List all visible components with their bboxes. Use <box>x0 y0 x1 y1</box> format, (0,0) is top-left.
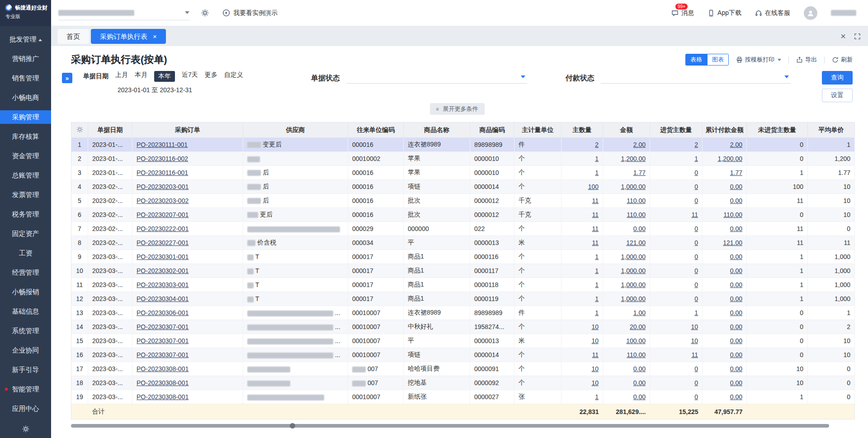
drill-link[interactable]: 0 <box>694 169 698 176</box>
drill-link[interactable]: 110.00 <box>723 211 742 218</box>
table-row[interactable]: 92023-03-...PO-20230301-001 T000017商品100… <box>71 250 855 264</box>
drill-link[interactable]: PO-20230306-001 <box>137 309 189 316</box>
column-header[interactable]: 未进货主数量 <box>747 122 808 138</box>
drill-link[interactable]: 0.00 <box>730 351 742 358</box>
column-header[interactable]: 往来单位编码 <box>348 122 404 138</box>
column-settings-button[interactable] <box>71 122 88 138</box>
sidebar-item-工资[interactable]: 工资 <box>0 246 51 260</box>
drill-link[interactable]: 1 <box>595 267 599 274</box>
query-button[interactable]: 查询 <box>822 71 853 85</box>
drill-link[interactable]: 0.00 <box>633 225 646 232</box>
drill-link[interactable]: 1.77 <box>730 169 742 176</box>
drill-link[interactable]: 11 <box>592 197 599 204</box>
drill-link[interactable]: PO-20230307-001 <box>137 351 189 358</box>
drill-link[interactable]: 11 <box>592 225 599 232</box>
date-option-上月[interactable]: 上月 <box>115 71 128 82</box>
drill-link[interactable]: 1 <box>595 281 599 288</box>
drill-link[interactable]: 0.00 <box>730 393 742 400</box>
sidebar-item-智能管理[interactable]: 智能管理 <box>0 382 51 396</box>
table-row[interactable]: 182023-03-...PO-20230308-001 007挖地基00000… <box>71 376 855 390</box>
drill-link[interactable]: 2.00 <box>633 141 646 148</box>
drill-link[interactable]: PO-20230303-001 <box>137 281 189 288</box>
drill-link[interactable]: 0 <box>694 365 698 372</box>
drill-link[interactable]: 0 <box>694 295 698 302</box>
drill-link[interactable]: 1,200.00 <box>718 155 743 162</box>
drill-link[interactable]: 10 <box>591 365 599 372</box>
column-header[interactable]: 平均单价 <box>808 122 855 138</box>
drill-link[interactable]: PO-20230116-002 <box>137 155 188 162</box>
column-header[interactable]: 商品编码 <box>470 122 514 138</box>
sidebar-item-库存核算[interactable]: 库存核算 <box>0 130 51 143</box>
column-header[interactable]: 进货主数量 <box>650 122 703 138</box>
drill-link[interactable]: 0.00 <box>730 267 742 274</box>
app-download-button[interactable]: App下载 <box>708 9 741 17</box>
sidebar-item-固定资产[interactable]: 固定资产 <box>0 227 51 240</box>
demo-link[interactable]: 我要看实例演示 <box>222 9 278 17</box>
collapse-filter-button[interactable]: » <box>62 73 72 83</box>
drill-link[interactable]: 121.00 <box>723 239 742 246</box>
drill-link[interactable]: 0 <box>694 281 698 288</box>
refresh-button[interactable]: 刷新 <box>832 56 853 64</box>
print-by-template-button[interactable]: 按模板打印 <box>736 56 781 64</box>
date-option-自定义[interactable]: 自定义 <box>224 71 243 82</box>
drill-link[interactable]: 0.00 <box>730 225 742 232</box>
drill-link[interactable]: 0.00 <box>730 323 742 330</box>
drill-link[interactable]: PO-20230308-001 <box>137 365 189 372</box>
drill-link[interactable]: 100.00 <box>626 337 646 344</box>
drill-link[interactable]: 11 <box>691 351 698 358</box>
sidebar-item-采购管理[interactable]: 采购管理 <box>0 110 51 124</box>
drill-link[interactable]: 0.00 <box>633 365 646 372</box>
drill-link[interactable]: 0.00 <box>633 379 646 386</box>
drill-link[interactable]: 0.00 <box>730 197 742 204</box>
drill-link[interactable]: 0.00 <box>730 253 742 260</box>
drill-link[interactable]: 1.00 <box>633 309 646 316</box>
table-row[interactable]: 32023-01-...PO-20230116-001 后000016苹果000… <box>71 166 855 180</box>
drill-link[interactable]: 2 <box>694 141 698 148</box>
drill-link[interactable]: PO-20230301-001 <box>137 253 189 260</box>
drill-link[interactable]: 11 <box>691 211 698 218</box>
sidebar-item-总账管理[interactable]: 总账管理 <box>0 169 51 182</box>
drill-link[interactable]: 121.00 <box>626 239 646 246</box>
avatar[interactable] <box>804 6 817 20</box>
drill-link[interactable]: 0.00 <box>730 337 742 344</box>
sidebar-item-基础信息[interactable]: 基础信息 <box>0 305 51 318</box>
drill-link[interactable]: PO-20230227-001 <box>137 239 189 246</box>
drill-link[interactable]: 1 <box>595 393 599 400</box>
topbar-settings-button[interactable] <box>201 9 209 17</box>
drill-link[interactable]: 0.00 <box>730 281 742 288</box>
drill-link[interactable]: 2.00 <box>730 141 742 148</box>
table-view-button[interactable]: 表格 <box>685 54 707 66</box>
drill-link[interactable]: 2 <box>595 141 599 148</box>
drill-link[interactable]: 0 <box>694 225 698 232</box>
drill-link[interactable]: 1,000.00 <box>621 295 646 302</box>
drill-link[interactable]: 0.00 <box>730 309 742 316</box>
date-range-value[interactable]: 2023-01-01 至 2023-12-31 <box>118 86 243 94</box>
drill-link[interactable]: 0.00 <box>730 295 742 302</box>
drill-link[interactable]: 100 <box>588 183 599 190</box>
drill-link[interactable]: PO-20230307-001 <box>137 323 189 330</box>
column-header[interactable]: 累计付款金额 <box>703 122 747 138</box>
table-row[interactable]: 52023-02-...PO-20230203-002 后000016批次000… <box>71 194 855 208</box>
drill-link[interactable]: 1 <box>694 309 698 316</box>
date-option-本年[interactable]: 本年 <box>154 71 175 82</box>
sidebar-item-小畅电商[interactable]: 小畅电商 <box>0 91 51 104</box>
drill-link[interactable]: 10 <box>591 337 599 344</box>
table-row[interactable]: 72023-02-...PO-20230222-001 000029000000… <box>71 222 855 236</box>
drill-link[interactable]: 0.00 <box>633 393 646 400</box>
drill-link[interactable]: 1,000.00 <box>621 183 646 190</box>
tab-home[interactable]: 首页 <box>57 29 89 44</box>
drill-link[interactable]: 1 <box>595 295 599 302</box>
drill-link[interactable]: 11 <box>592 211 599 218</box>
sidebar-item-新手引导[interactable]: 新手引导 <box>0 363 51 377</box>
drill-link[interactable]: PO-20230203-001 <box>137 183 189 190</box>
column-header[interactable]: 金额 <box>603 122 650 138</box>
drill-link[interactable]: PO-20230307-001 <box>137 337 189 344</box>
sidebar-item-经营管理[interactable]: 经营管理 <box>0 266 51 279</box>
expand-more-conditions-button[interactable]: » 展开更多条件 <box>430 103 484 115</box>
messages-button[interactable]: 99+ 消息 <box>671 9 694 17</box>
drill-link[interactable]: 1,000.00 <box>621 281 646 288</box>
fullscreen-icon[interactable] <box>854 33 861 40</box>
date-option-近7天[interactable]: 近7天 <box>182 71 198 82</box>
company-selector[interactable] <box>58 6 189 20</box>
chart-view-button[interactable]: 图表 <box>707 54 729 66</box>
